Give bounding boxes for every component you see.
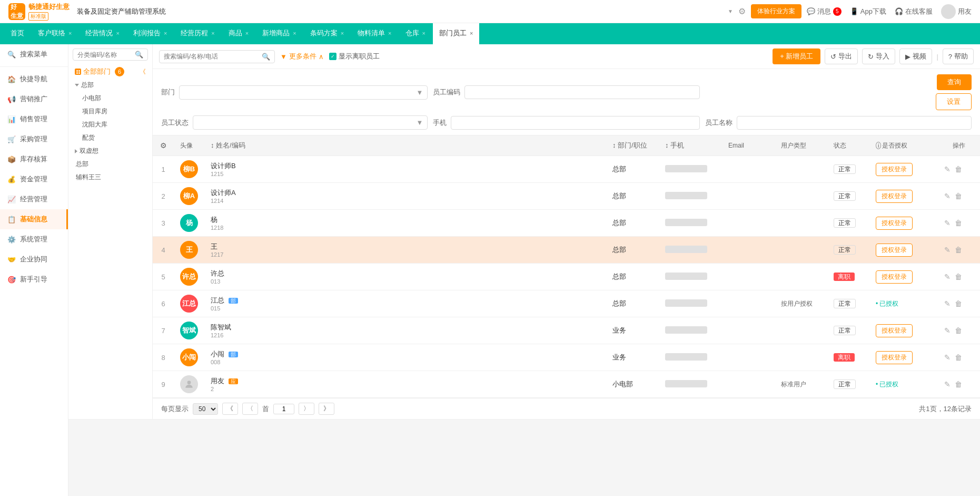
auth-button[interactable]: 授权登录 [876,324,913,337]
nav-home[interactable]: 首页 [4,23,31,44]
edit-icon[interactable]: ✎ [944,326,951,335]
settings-col-icon[interactable]: ⚙ [160,141,167,150]
edit-icon[interactable]: ✎ [944,299,951,308]
col-header-name[interactable]: ↕ 姓名/编码 [204,135,606,156]
sidebar-item-search[interactable]: 🔍 搜索菜单 [0,44,68,64]
delete-icon[interactable]: 🗑 [955,273,962,281]
show-resigned-checkbox[interactable]: ✓ 显示离职员工 [329,52,380,61]
delete-icon[interactable]: 🗑 [955,219,962,227]
cell-num: 4 [153,237,174,264]
export-button[interactable]: ↺ 导出 [825,48,858,64]
cell-name: 江总 部015 [204,290,606,317]
sidebar-item-basic[interactable]: 📋 基础信息 [0,209,68,229]
management-icon: 📈 [7,196,16,203]
per-page-select[interactable]: 50 [193,403,218,415]
phone-input[interactable] [451,116,699,130]
next-page-button[interactable]: 〉 [299,403,314,415]
delete-icon[interactable]: 🗑 [955,326,962,335]
col-header-dept[interactable]: ↕ 部门/职位 [606,135,659,156]
dept-item-peihuo[interactable]: 配货 [79,131,148,144]
edit-icon[interactable]: ✎ [944,273,951,281]
query-button[interactable]: 查询 [937,74,972,90]
nav-bom[interactable]: 物料清单× [351,23,398,44]
dept-item-xiaodibu[interactable]: 小电部 [79,92,148,105]
delete-icon[interactable]: 🗑 [955,299,962,308]
system-title-arrow[interactable]: ▼ [728,8,733,14]
emp-status-select[interactable]: ▼ [193,115,428,130]
dept-item-project[interactable]: 项目库房 [79,105,148,118]
sidebar-item-guide[interactable]: 🎯 新手引导 [0,269,68,289]
auth-button[interactable]: 授权登录 [876,163,913,176]
dept-item-shenyang[interactable]: 沈阳大库 [79,118,148,131]
first-page-button[interactable]: 《 [222,403,238,415]
auth-button[interactable]: 授权登录 [876,351,913,364]
experience-button[interactable]: 体验行业方案 [751,4,801,18]
emp-name-label: 员工名称 [705,118,732,128]
sidebar-item-sales[interactable]: 📊 销售管理 [0,109,68,129]
edit-icon[interactable]: ✎ [944,380,951,388]
col-header-phone[interactable]: ↕ 手机 [659,135,722,156]
filter-more-button[interactable]: ▼ 更多条件 ∧ [280,52,324,61]
emp-code-input[interactable] [464,85,699,99]
sidebar-item-inventory[interactable]: 📦 库存核算 [0,149,68,169]
video-button[interactable]: ▶ 视频 [899,48,932,64]
nav-dept-staff[interactable]: 部门员工× [433,23,479,44]
delete-icon[interactable]: 🗑 [955,380,962,388]
dept-collapse-btn[interactable]: 《 [140,67,146,76]
edit-icon[interactable]: ✎ [944,192,951,200]
auth-button[interactable]: 授权登录 [876,190,913,203]
edit-icon[interactable]: ✎ [944,165,951,173]
nav-customer[interactable]: 客户联络× [32,23,78,44]
dept-item-shuangxu[interactable]: 双虚想 [73,144,148,158]
delete-icon[interactable]: 🗑 [955,192,962,200]
import-button[interactable]: ↻ 导入 [862,48,895,64]
emp-name-input[interactable] [737,116,972,130]
dept-item-fuliaowan[interactable]: 辅料王三 [73,171,148,184]
message-button[interactable]: 💬 消息 5 [807,7,842,16]
last-page-button[interactable]: 》 [319,403,334,415]
nav-operation[interactable]: 经营情况× [79,23,125,44]
set-button[interactable]: 设置 [936,93,972,110]
sidebar-item-marketing[interactable]: 📢 营销推广 [0,89,68,109]
edit-icon[interactable]: ✎ [944,219,951,227]
page-number-input[interactable] [273,404,294,414]
nav-barcode[interactable]: 条码方案× [304,23,350,44]
basic-icon: 📋 [7,216,16,223]
delete-icon[interactable]: 🗑 [955,246,962,254]
nav-history[interactable]: 经营历程× [174,23,221,44]
delete-icon[interactable]: 🗑 [955,165,962,173]
dept-search-input[interactable] [77,51,133,59]
help-button[interactable]: ? 帮助 [943,48,974,64]
sidebar-item-purchase[interactable]: 🛒 采购管理 [0,129,68,149]
cell-usertype [775,183,827,210]
dept-group-zongbu-header[interactable]: 总部 [73,79,148,92]
cell-status: 正常 [827,371,869,398]
add-employee-button[interactable]: + 新增员工 [773,48,820,64]
search-input[interactable] [164,53,260,60]
cell-phone [659,344,722,371]
delete-icon[interactable]: 🗑 [955,353,962,362]
prev-page-button[interactable]: 〈 [242,403,258,415]
sidebar-item-management[interactable]: 📈 经营管理 [0,189,68,209]
dept-select[interactable]: ▼ [179,85,428,100]
auth-button[interactable]: 授权登录 [876,270,913,284]
edit-icon[interactable]: ✎ [944,353,951,362]
sidebar-item-system[interactable]: ⚙️ 系统管理 [0,229,68,249]
nav-add-goods[interactable]: 新增商品× [256,23,302,44]
app-download-button[interactable]: 📱 App下载 [850,7,886,16]
sidebar-item-finance[interactable]: 💰 资金管理 [0,169,68,189]
dept-item-zongbu2[interactable]: 总部 [73,158,148,171]
edit-icon[interactable]: ✎ [944,246,951,254]
auth-button[interactable]: 授权登录 [876,217,913,230]
dept-all-header[interactable]: 全部部门 6 《 [73,65,148,79]
sidebar-item-quicknav[interactable]: 🏠 快捷导航 [0,69,68,89]
auth-button[interactable]: 授权登录 [876,244,913,257]
nav-warehouse[interactable]: 仓库× [399,23,432,44]
nav-goods[interactable]: 商品× [222,23,255,44]
dept-tree: 全部部门 6 《 总部 小电部 项目库房 沈阳大库 [73,65,148,184]
user-area[interactable]: 用友 [941,4,972,19]
nav-profit[interactable]: 利润报告× [127,23,173,44]
settings-icon[interactable]: ⚙ [738,6,746,16]
sidebar-item-collab[interactable]: 🤝 企业协同 [0,249,68,269]
online-service-button[interactable]: 🎧 在线客服 [895,7,933,16]
